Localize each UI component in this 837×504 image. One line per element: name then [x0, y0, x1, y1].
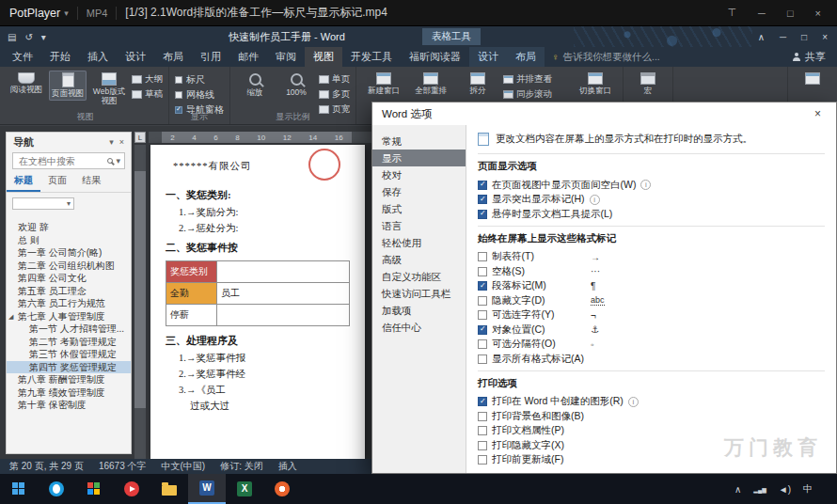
nav-heading-item[interactable]: 第二节 考勤管理规定 [7, 336, 131, 349]
option-spaces[interactable]: 空格(S) ··· [478, 264, 825, 279]
track-changes-indicator[interactable]: 修订: 关闭 [220, 460, 263, 473]
nav-heading-item-selected[interactable]: 第四节 奖惩管理规定 [7, 361, 131, 374]
checkbox-icon[interactable] [478, 252, 487, 261]
option-paragraph-marks[interactable]: 段落标记(M) ¶ [478, 279, 825, 294]
category-save[interactable]: 保存 [372, 183, 466, 200]
new-window-button[interactable]: 新建窗口 [362, 71, 405, 98]
checkbox-icon[interactable] [478, 267, 487, 276]
taskbar-qq[interactable] [38, 474, 75, 504]
checkbox-icon[interactable] [478, 354, 487, 364]
network-icon[interactable]: ▂▄▆ [753, 486, 766, 493]
taskbar-app-grid[interactable] [75, 474, 113, 504]
customize-qat-icon[interactable]: ▾ [41, 32, 46, 42]
nav-heading-item[interactable]: 第九章 绩效管理制度 [7, 386, 131, 400]
document-page[interactable]: ******有限公司 一、奖惩类别: 1.→奖励分为: 2.→惩处分为: 二、奖… [150, 145, 365, 459]
macros-button[interactable]: 宏 [629, 71, 667, 98]
option-hidden-text[interactable]: 隐藏文字(D) abc [478, 293, 825, 308]
category-advanced[interactable]: 高级 [372, 251, 466, 268]
start-button[interactable] [0, 474, 38, 504]
tab-mailings[interactable]: 邮件 [229, 47, 267, 67]
category-quick-access-toolbar[interactable]: 快速访问工具栏 [372, 285, 466, 302]
input-method-indicator[interactable]: 中 [803, 482, 813, 496]
taskbar-word-active[interactable] [188, 474, 226, 504]
close-icon[interactable]: × [809, 8, 828, 19]
tell-me-box[interactable]: ♀ 告诉我你想要做什么... [545, 51, 668, 64]
gridlines-checkbox[interactable]: 网格线 [175, 88, 224, 101]
checkbox-icon[interactable] [478, 195, 487, 204]
option-show-tooltips[interactable]: 悬停时显示文档工具提示(L) [478, 207, 825, 222]
search-icon[interactable] [107, 158, 113, 164]
option-update-fields[interactable]: 打印前更新域(F) [478, 453, 825, 468]
nav-heading-item[interactable]: 第七章 人事管理制度 [7, 310, 131, 323]
restore-icon[interactable]: □ [794, 32, 814, 42]
insert-mode-indicator[interactable]: 插入 [278, 460, 297, 473]
taskbar-browser[interactable] [263, 474, 301, 504]
tab-table-design[interactable]: 设计 [469, 47, 507, 67]
tab-insert[interactable]: 插入 [79, 47, 117, 67]
undo-icon[interactable]: ↺ [24, 32, 32, 42]
tab-file[interactable]: 文件 [4, 47, 41, 67]
volume-icon[interactable]: ◄) [779, 484, 791, 495]
tab-stop-selector[interactable] [134, 132, 146, 143]
option-print-drawings[interactable]: 打印在 Word 中创建的图形(R) [478, 395, 825, 410]
taskbar-excel[interactable] [226, 474, 263, 504]
tab-table-layout[interactable]: 布局 [507, 47, 545, 67]
web-layout-button[interactable]: Web版式视图 [90, 71, 128, 107]
tab-view[interactable]: 视图 [305, 47, 342, 67]
view-side-by-side-button[interactable]: 并排查看 [503, 73, 570, 86]
chevron-down-icon[interactable]: ▾ [116, 156, 120, 165]
nav-heading-item[interactable]: 第一章 公司简介(略) [7, 246, 131, 260]
nav-tab-pages[interactable]: 页面 [40, 172, 74, 192]
option-optional-breaks[interactable]: 可选分隔符(O) ◦ [478, 338, 825, 353]
switch-windows-button[interactable]: 切换窗口 [574, 71, 617, 98]
checkbox-icon[interactable] [478, 210, 487, 219]
option-show-white-space[interactable]: 在页面视图中显示页面间空白(W) [478, 178, 825, 193]
tab-developer[interactable]: 开发工具 [342, 47, 401, 67]
nav-heading-item[interactable]: 第二章 公司组织机构图 [7, 260, 131, 273]
checkbox-icon[interactable] [478, 325, 487, 335]
close-icon[interactable]: × [814, 32, 835, 42]
nav-tab-results[interactable]: 结果 [74, 172, 108, 192]
tab-design[interactable]: 设计 [117, 47, 154, 67]
nav-heading-item[interactable]: 第四章 公司文化 [7, 272, 131, 285]
option-optional-hyphens[interactable]: 可选连字符(Y) ¬ [478, 308, 825, 323]
minimize-icon[interactable]: ─ [751, 8, 772, 19]
close-icon[interactable]: × [809, 107, 827, 120]
option-print-background[interactable]: 打印背景色和图像(B) [478, 409, 825, 424]
nav-heading-item[interactable]: 第八章 薪酬管理制度 [7, 373, 131, 386]
checkbox-icon[interactable] [478, 455, 487, 465]
category-typography[interactable]: 版式 [372, 200, 466, 217]
print-layout-button[interactable]: 页面视图 [49, 71, 87, 101]
category-general[interactable]: 常规 [372, 133, 466, 150]
tab-review[interactable]: 审阅 [267, 47, 305, 67]
option-show-all-marks[interactable]: 显示所有格式标记(A) [478, 352, 825, 367]
category-proofing[interactable]: 校对 [372, 166, 466, 183]
nav-heading-item[interactable]: 欢迎 辞 [7, 221, 131, 234]
multiple-pages-button[interactable]: 多页 [319, 88, 350, 101]
category-display-selected[interactable]: 显示 [372, 150, 466, 166]
one-page-button[interactable]: 单页 [319, 73, 350, 86]
draft-view-button[interactable]: 草稿 [132, 88, 163, 101]
checkbox-icon[interactable] [478, 441, 487, 450]
tab-layout[interactable]: 布局 [154, 47, 192, 67]
zoom-button[interactable]: 缩放 [236, 71, 274, 100]
tab-references[interactable]: 引用 [192, 47, 229, 67]
checkbox-icon[interactable] [478, 426, 487, 435]
zoom-100-button[interactable]: 100% [277, 71, 315, 100]
word-count[interactable]: 16673 个字 [99, 460, 147, 473]
checkbox-icon[interactable] [478, 281, 487, 291]
nav-tab-headings[interactable]: 标题 [7, 172, 40, 192]
potplayer-menu[interactable]: PotPlayer ▾ [9, 7, 69, 20]
read-mode-button[interactable]: 阅读视图 [8, 71, 45, 97]
checkbox-icon[interactable] [478, 296, 487, 306]
vertical-ruler[interactable] [134, 145, 146, 459]
checkbox-icon[interactable] [478, 339, 487, 349]
tab-home[interactable]: 开始 [41, 47, 79, 67]
checkbox-icon[interactable] [478, 310, 487, 320]
tab-foxit[interactable]: 福昕阅读器 [401, 47, 469, 67]
ribbon-display-options-icon[interactable]: ∧ [750, 32, 772, 42]
option-print-properties[interactable]: 打印文档属性(P) [478, 424, 825, 439]
pin-icon[interactable]: ⊤ [721, 7, 744, 19]
nav-heading-item[interactable]: 第六章 员工行为规范 [7, 297, 131, 310]
taskbar-media-app[interactable] [113, 474, 150, 504]
